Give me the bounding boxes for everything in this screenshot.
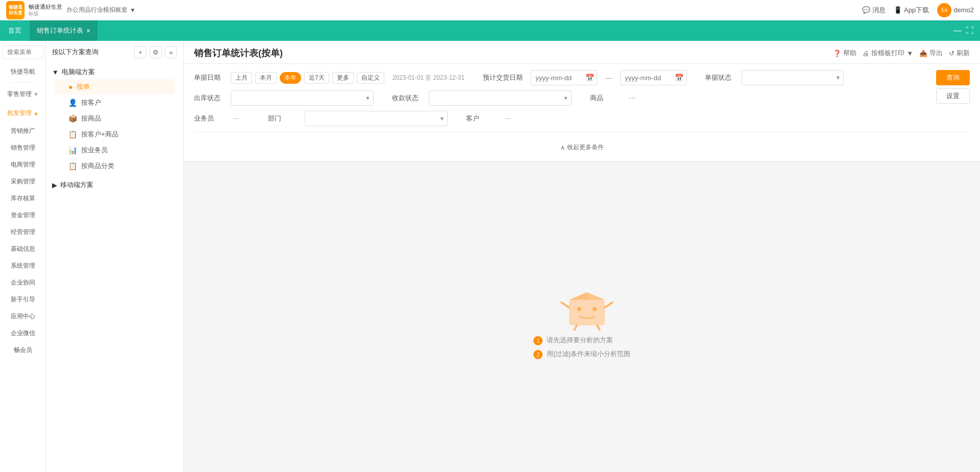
by-customer-product-label: 按客户+商品 bbox=[81, 130, 118, 139]
sidebar-item-system[interactable]: 系统管理 bbox=[0, 257, 45, 274]
help-icon: ❓ bbox=[833, 50, 841, 57]
tree-item-by-product[interactable]: 📦 按商品 bbox=[54, 111, 175, 126]
expected-date-end-input[interactable] bbox=[620, 70, 687, 85]
action-section: 查询 设置 bbox=[936, 70, 970, 104]
enterprise-label: 企业协同 bbox=[11, 278, 35, 287]
tree-group-arrow-icon: ▼ bbox=[52, 68, 59, 76]
sidebar-item-finance[interactable]: 资金管理 bbox=[0, 207, 45, 224]
tree-item-by-customer-product[interactable]: 📋 按客户+商品 bbox=[54, 127, 175, 142]
department-select[interactable] bbox=[305, 111, 448, 126]
tab-label: 销售订单统计表 bbox=[37, 26, 83, 35]
tree-group-mobile-label[interactable]: ▶ 移动端方案 bbox=[52, 178, 177, 192]
expected-date-start-input[interactable] bbox=[531, 70, 597, 85]
sidebar-item-purchase[interactable]: 采购管理 bbox=[0, 173, 45, 190]
sidebar-item-enterprise[interactable]: 企业协同 bbox=[0, 274, 45, 291]
export-label: 导出 bbox=[929, 49, 943, 58]
last-month-btn[interactable]: 上月 bbox=[231, 72, 252, 84]
query-button[interactable]: 查询 bbox=[936, 70, 970, 85]
brand-name: 畅捷通好生意 bbox=[29, 3, 62, 10]
sidebar-item-ecommerce[interactable]: 电商管理 bbox=[0, 156, 45, 173]
user-menu[interactable]: Ea demo2 bbox=[937, 3, 974, 17]
tree-item-by-salesperson[interactable]: 📊 按业务员 bbox=[54, 143, 175, 158]
collapse-panel-button[interactable]: « bbox=[165, 46, 177, 58]
salesperson-dots-btn[interactable]: ··· bbox=[233, 114, 239, 123]
filter-row-3: 业务员 ··· 部门 ▼ 客户 ··· bbox=[194, 111, 928, 126]
custom-btn[interactable]: 自定义 bbox=[357, 72, 384, 84]
finance-label: 资金管理 bbox=[11, 211, 35, 220]
by-category-label: 按商品分类 bbox=[81, 161, 114, 171]
by-product-label: 按商品 bbox=[81, 114, 101, 123]
tree-group-pc-label[interactable]: ▼ 电脑端方案 bbox=[52, 65, 177, 79]
empty-state: 1 请先选择要分析的方案 2 用[过滤]条件来缩小分析范围 bbox=[533, 274, 630, 359]
quick-nav-label: 快捷导航 bbox=[11, 67, 35, 76]
tree-item-by-category[interactable]: 📋 按商品分类 bbox=[54, 158, 175, 174]
collapse-filters-button[interactable]: ∧ 收起更多条件 bbox=[560, 140, 604, 155]
expected-date-start-wrapper: 📅 bbox=[531, 70, 597, 85]
ecommerce-label: 电商管理 bbox=[11, 160, 35, 169]
tab-sales-order-stats[interactable]: 销售订单统计表 × bbox=[30, 20, 97, 41]
sidebar-item-vip[interactable]: 畅会员 bbox=[0, 342, 45, 359]
tree-item-by-order[interactable]: ● 按单 bbox=[54, 79, 175, 95]
sidebar-item-wholesale[interactable]: 批发管理 ▲ bbox=[0, 104, 45, 123]
sidebar-item-quick-nav[interactable]: 快捷导航 bbox=[0, 63, 45, 80]
last-7-days-btn[interactable]: 近7天 bbox=[304, 72, 329, 84]
tab-close-icon[interactable]: × bbox=[86, 27, 90, 34]
newbie-label: 新手引导 bbox=[11, 295, 35, 304]
sidebar-item-marketing[interactable]: 营销推广 bbox=[0, 123, 45, 139]
print-button[interactable]: 🖨 按模板打印 ▼ bbox=[863, 49, 913, 58]
sidebar-item-operations[interactable]: 经营管理 bbox=[0, 224, 45, 241]
more-btn[interactable]: 更多 bbox=[332, 72, 354, 84]
tab-maximize-button[interactable]: ⛶ bbox=[966, 26, 974, 35]
sidebar-item-retail[interactable]: 零售管理 ▼ bbox=[0, 85, 45, 104]
settings-button[interactable]: 设置 bbox=[936, 88, 970, 104]
sidebar-item-sales[interactable]: 销售管理 bbox=[0, 139, 45, 156]
avatar: Ea bbox=[937, 3, 951, 17]
left-panel: 按以下方案查询 + ⚙ « ▼ 电脑端方案 ● 按单 bbox=[46, 41, 184, 472]
tab-home[interactable]: 首页 bbox=[0, 20, 30, 41]
page-title: 销售订单统计表(按单) bbox=[194, 47, 283, 59]
export-button[interactable]: 📤 导出 bbox=[919, 49, 943, 58]
workspace-selector[interactable]: 办公用品行业模拟账套 ▼ bbox=[66, 6, 136, 14]
message-button[interactable]: 💬 消息 bbox=[862, 6, 886, 15]
settings-scheme-button[interactable]: ⚙ bbox=[150, 46, 162, 58]
user-name: demo2 bbox=[953, 6, 974, 14]
date-label: 单据日期 bbox=[194, 73, 223, 82]
tab-minimize-button[interactable]: — bbox=[953, 26, 962, 35]
hint-num-1: 1 bbox=[533, 336, 543, 345]
salesperson-label: 业务员 bbox=[194, 114, 223, 123]
tree-group-mobile: ▶ 移动端方案 bbox=[46, 176, 183, 194]
goods-label: 商品 bbox=[590, 93, 619, 103]
by-product-icon: 📦 bbox=[68, 114, 77, 123]
app-download-button[interactable]: 📱 App下载 bbox=[894, 6, 929, 15]
marketing-label: 营销推广 bbox=[11, 127, 35, 135]
by-customer-label: 按客户 bbox=[81, 98, 101, 107]
add-scheme-button[interactable]: + bbox=[134, 46, 146, 58]
delivery-select-wrapper: ▼ bbox=[231, 90, 374, 106]
content-area: 按以下方案查询 + ⚙ « ▼ 电脑端方案 ● 按单 bbox=[46, 41, 980, 472]
sidebar-item-appstore[interactable]: 应用中心 bbox=[0, 308, 45, 325]
sidebar-item-newbie[interactable]: 新手引导 bbox=[0, 291, 45, 308]
tree-item-by-customer[interactable]: 👤 按客户 bbox=[54, 95, 175, 110]
by-category-icon: 📋 bbox=[68, 162, 77, 170]
retail-arrow-icon: ▼ bbox=[34, 91, 39, 97]
empty-hint-1: 1 请先选择要分析的方案 bbox=[533, 336, 630, 345]
this-month-btn[interactable]: 本月 bbox=[255, 72, 277, 84]
pc-group-label: 电脑端方案 bbox=[62, 67, 95, 77]
wholesale-arrow-icon: ▲ bbox=[34, 110, 39, 116]
payment-label: 收款状态 bbox=[392, 93, 421, 103]
customer-dots-btn[interactable]: ··· bbox=[505, 114, 511, 123]
status-select[interactable] bbox=[742, 70, 844, 85]
search-input[interactable] bbox=[3, 45, 43, 59]
goods-dots-btn[interactable]: ··· bbox=[629, 93, 635, 103]
sidebar-item-wechat[interactable]: 企业微信 bbox=[0, 325, 45, 342]
payment-select[interactable] bbox=[429, 90, 572, 106]
refresh-button[interactable]: ↺ 刷新 bbox=[949, 49, 970, 58]
sidebar-item-basic[interactable]: 基础信息 bbox=[0, 241, 45, 257]
sidebar: 快捷导航 零售管理 ▼ 批发管理 ▲ 营销推广 销售管理 电商管理 采购管理 库… bbox=[0, 41, 46, 472]
sidebar-item-inventory[interactable]: 库存核算 bbox=[0, 190, 45, 207]
this-year-btn[interactable]: 本年 bbox=[280, 72, 301, 84]
hint-num-2: 2 bbox=[533, 350, 543, 359]
help-button[interactable]: ❓ 帮助 bbox=[833, 49, 856, 58]
delivery-select[interactable] bbox=[231, 90, 374, 106]
date-range-display: 2023-01-01 至 2023-12-31 bbox=[393, 74, 464, 82]
